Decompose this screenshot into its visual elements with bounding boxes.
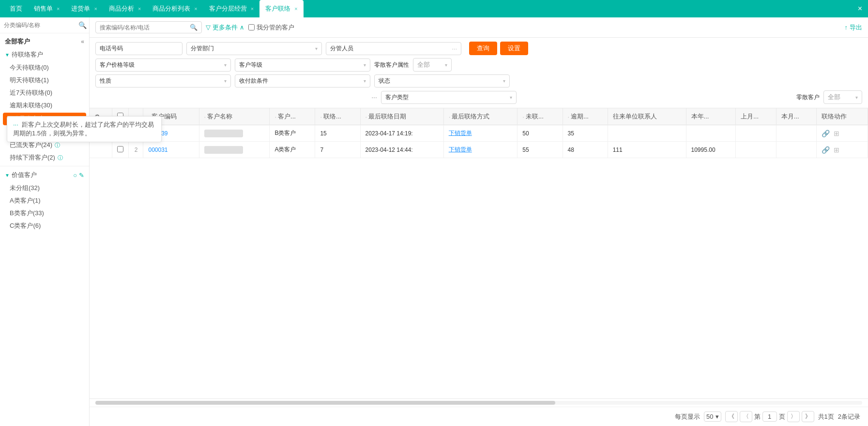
nav-item-customer-contact[interactable]: 客户联络 × [259,0,303,17]
filter-gender[interactable]: 性质 ▾ [95,74,231,88]
page-size-select[interactable]: 50 ▾ [704,411,721,422]
filter-retail-attr-select[interactable]: 全部 ▾ [413,58,452,72]
th-last-month[interactable]: 上月... [736,108,777,125]
settings-button[interactable]: 设置 [500,42,528,55]
filter-retail-attr-label: 零散客户属性 [374,61,409,69]
scroll-bar-thumb[interactable] [95,401,555,405]
my-customers-checkbox[interactable]: 我分管的客户 [248,23,294,32]
more-conditions-btn[interactable]: ▽ 更多条件 ∧ [206,23,244,32]
query-button[interactable]: 查询 [469,42,497,55]
sidebar-value-arrow: ▼ [5,173,10,178]
filter-area: 电话号码 分管部门 ▾ 分管人员 ··· 查询 设置 客户价格等级 [90,38,868,108]
filter-status[interactable]: 状态 ▾ [374,74,510,88]
th-contact[interactable]: · 联络... [315,108,360,125]
sidebar-item-tomorrow[interactable]: 明天待联络(1) [0,74,89,87]
td-type-1: A类客户 [270,142,315,158]
close-customer-tier-icon[interactable]: × [251,0,254,17]
filter-retail-customer-select[interactable]: 全部 ▾ [823,90,862,104]
sidebar-item-class-a[interactable]: A类客户(1) [0,194,89,207]
filter-retail-attr-arrow: ▾ [445,62,447,68]
scroll-bar-area[interactable] [90,398,868,407]
filter-price-level[interactable]: 客户价格等级 ▾ [95,59,231,72]
filter-customer-level-arrow: ▾ [364,62,366,68]
nav-item-home[interactable]: 首页 [4,0,28,17]
th-name[interactable]: · 客户名称 [199,108,270,125]
nav-item-analysis-list[interactable]: 商品分析列表 × [147,0,203,17]
row-checkbox-1[interactable] [117,146,123,152]
nav-item-analysis[interactable]: 商品分析 × [103,0,147,17]
sidebar-search-input[interactable] [4,22,76,29]
filter-phone[interactable]: 电话号码 [95,42,183,55]
nav-item-customer-tier[interactable]: 客户分层经营 × [203,0,259,17]
th-customer-type[interactable]: · 客户... [270,108,315,125]
sidebar-item-today[interactable]: 今天待联络(0) [0,61,89,74]
close-customer-contact-icon[interactable]: × [294,0,297,17]
th-not-contact[interactable]: · 未联... [518,108,563,125]
td-person-1: 111 [608,142,686,158]
my-customers-input[interactable] [248,24,255,30]
close-sales-icon[interactable]: × [57,0,60,17]
action-grid-icon-0[interactable]: ⊞ [834,130,839,137]
filter-payment[interactable]: 收付款条件 ▾ [235,74,370,88]
th-this-year[interactable]: 本年... [686,108,736,125]
last-page-btn[interactable]: 》 [802,411,814,422]
th-last-contact-date[interactable]: · 最后联络日期 [360,108,443,125]
action-link-icon-1[interactable]: 🔗 [822,146,830,154]
export-icon: ↑ [845,24,848,31]
th-last-contact-method[interactable]: · 最后联络方式 [443,108,518,125]
sidebar-item-declining[interactable]: 持续下滑客户(2) ⓘ [0,151,89,164]
sidebar-value-header[interactable]: ▼ 价值客户 ○ ✎ [0,168,89,182]
td-last-month-1 [736,142,777,158]
sidebar-item-class-c[interactable]: C类客户(6) [0,220,89,232]
th-contact-person[interactable]: 往来单位联系人 [608,108,686,125]
filter-dots[interactable]: ··· [371,93,377,101]
sidebar-search[interactable]: 🔍 [0,17,89,33]
next-page-btn[interactable]: 〉 [787,411,800,422]
td-method-1[interactable]: 下销货单 [443,142,518,158]
sidebar-item-ungroup[interactable]: 未分组(32) [0,182,89,194]
sidebar-group-pending[interactable]: ▼ 待联络客户 [0,48,89,61]
close-analysis-list-icon[interactable]: × [194,0,197,17]
th-overdue[interactable]: · 逾期... [563,108,608,125]
filter-row-2: 客户价格等级 ▾ 客户等级 ▾ 零散客户属性 全部 ▾ [95,58,862,72]
search-box[interactable]: 🔍 [95,21,202,33]
filter-status-arrow: ▾ [503,78,505,84]
th-not-contact-dot: · [522,113,524,120]
prev-page-btn[interactable]: 〈 [740,411,752,422]
close-all-icon[interactable]: × [858,4,862,13]
th-this-month[interactable]: 本月... [776,108,817,125]
first-page-btn[interactable]: 《 [725,411,738,422]
td-settings-1 [90,142,112,158]
sidebar-all-customers-label: 全部客户 [5,37,30,46]
th-type-dot: · [274,113,276,120]
current-page[interactable]: 1 [762,411,777,422]
sidebar-item-7days[interactable]: 近7天待联络(0) [0,87,89,99]
filter-dept[interactable]: 分管部门 ▾ [186,42,322,55]
nav-item-sales[interactable]: 销售单 × [28,0,65,17]
filter-customer-type[interactable]: 客户类型 ▾ [381,91,517,104]
sidebar-value-label: 价值客户 [12,171,37,179]
export-button[interactable]: ↑ 导出 [845,23,863,32]
per-page-value: 50 [706,413,713,420]
filter-customer-level[interactable]: 客户等级 ▾ [235,59,370,72]
close-purchase-icon[interactable]: × [94,0,97,17]
table-row: 1 000039 B类客户 15 2023-04-17 14:19: 下销货单 … [90,125,868,142]
total-pages: 共1页 [818,412,834,421]
td-code-1[interactable]: 000031 [143,142,199,158]
th-date-dot: · [365,113,367,120]
filter-person[interactable]: 分管人员 ··· [326,42,461,55]
search-input[interactable] [100,24,188,31]
close-analysis-icon[interactable]: × [138,0,141,17]
scroll-bar-track[interactable] [95,401,862,405]
filter-customer-level-label: 客户等级 [239,61,262,69]
th-method-dot: · [449,113,451,120]
nav-item-purchase[interactable]: 进货单 × [65,0,103,17]
sidebar-all-customers-header[interactable]: 全部客户 « [0,33,89,48]
sidebar-item-class-b[interactable]: B类客户(33) [0,207,89,220]
action-grid-icon-1[interactable]: ⊞ [834,146,839,154]
td-checkbox-1[interactable] [112,142,129,158]
action-link-icon-0[interactable]: 🔗 [822,130,830,137]
sidebar-item-overdue[interactable]: 逾期未联络(30) [0,99,89,112]
per-page-arrow: ▾ [716,413,719,420]
td-method-0[interactable]: 下销货单 [443,125,518,142]
